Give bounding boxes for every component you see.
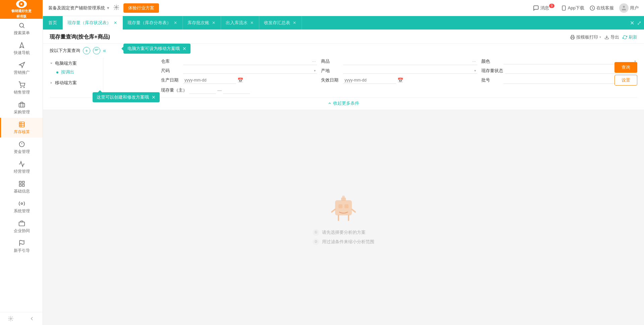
export-button[interactable]: 导出 — [604, 34, 619, 40]
tooltip-pc-close[interactable]: ✕ — [182, 46, 186, 51]
collapse-button[interactable] — [29, 316, 35, 322]
tab-close-icon[interactable]: ✕ — [250, 20, 254, 25]
expire-date-range: 📅 — [343, 77, 403, 84]
tooltip-create-close[interactable]: ✕ — [152, 95, 156, 100]
produce-date-start[interactable] — [183, 77, 236, 84]
goods-dropdown[interactable]: ··· — [343, 58, 477, 65]
warehouse-dropdown[interactable]: ··· — [183, 58, 317, 65]
svg-rect-15 — [22, 181, 24, 183]
svg-rect-16 — [19, 184, 21, 186]
filter-switch-button[interactable] — [93, 47, 100, 54]
reset-button[interactable]: 设置 — [614, 75, 637, 86]
warehouse-ellipsis[interactable]: ··· — [312, 59, 316, 64]
sidebar-item-purchase[interactable]: 采购管理 — [0, 98, 43, 118]
stock-qty-start[interactable] — [189, 87, 216, 94]
sidebar-item-enterprise[interactable]: 企业协同 — [0, 217, 43, 236]
template-print-button[interactable]: 按模板打印 ▾ — [570, 34, 601, 40]
tab-inventory-status[interactable]: 现存量（库存状况表） ✕ — [63, 16, 123, 30]
svg-point-5 — [24, 87, 24, 88]
search-button[interactable]: 查询 — [614, 62, 637, 73]
svg-marker-29 — [50, 63, 52, 64]
expire-date-start[interactable] — [343, 77, 396, 84]
scheme-group-pc: 电脑端方案 按调出 — [50, 59, 103, 76]
main-area: 装备及固定资产辅助管理系统 ▾ 体验行业方案 消息 9 App下载 在线客服 — [43, 0, 644, 325]
step-num-2: ② — [313, 238, 319, 245]
sidebar-item-guide[interactable]: 新手引导 — [0, 236, 43, 256]
filter-field-stock-status: 现存量状态 ▾ — [481, 68, 637, 74]
expire-date-calendar-icon[interactable]: 📅 — [397, 77, 403, 83]
template-print-label: 按模板打印 — [576, 34, 598, 40]
svg-point-26 — [623, 6, 625, 8]
export-label: 导出 — [610, 34, 619, 40]
filter-row-4: 现存量（主） — — [161, 87, 637, 94]
sidebar-item-quick[interactable]: 快速导航 — [0, 39, 43, 58]
tab-batch-account[interactable]: 库存批次账 ✕ — [183, 16, 221, 30]
produce-date-calendar-icon[interactable]: 📅 — [237, 77, 243, 83]
svg-marker-30 — [51, 82, 52, 84]
tooltip-create-scheme: 这里可以创建和修改方案哦 ✕ — [93, 92, 160, 102]
message-button[interactable]: 消息 9 — [533, 5, 556, 11]
tab-close-icon[interactable]: ✕ — [113, 20, 118, 25]
online-support-label: 在线客服 — [596, 5, 614, 11]
batch-no-label: 批号 — [481, 77, 501, 83]
tab-close-icon[interactable]: ✕ — [292, 20, 297, 25]
sidebar-item-label: 新手引导 — [14, 248, 30, 254]
system-dropdown-icon[interactable]: ▾ — [107, 5, 109, 10]
sidebar-item-finance[interactable]: 资金管理 — [0, 138, 43, 157]
topbar-settings-icon[interactable] — [113, 4, 119, 11]
sidebar-item-system[interactable]: 系统管理 — [0, 197, 43, 217]
sidebar-item-sales[interactable]: 销售管理 — [0, 78, 43, 98]
sidebar: 畅销通好生意 标准版 搜索菜单 快速导航 营销推广 销售管理 采购管理 库存核算… — [0, 0, 43, 325]
tab-label: 现存量（库存分布表） — [127, 20, 171, 26]
tab-close-icon[interactable]: ✕ — [211, 20, 216, 25]
scheme-item-adjust[interactable]: 按调出 — [50, 68, 103, 76]
user-menu[interactable]: 用户 — [619, 3, 639, 13]
sidebar-logo-sub: 标准版 — [16, 14, 26, 19]
tab-fullscreen-button[interactable]: ⤢ — [637, 20, 641, 26]
scheme-group-mobile-header[interactable]: 移动端方案 — [50, 78, 103, 87]
goods-ellipsis[interactable]: ··· — [472, 59, 476, 64]
size-dropdown[interactable]: ▾ — [183, 68, 317, 74]
tab-home[interactable]: 首页 — [43, 16, 63, 30]
filter-back-button[interactable]: « — [103, 48, 106, 54]
empty-step-1: ① 请先选择要分析的方案 — [313, 229, 374, 236]
settings-button[interactable] — [8, 316, 14, 322]
size-chevron-icon: ▾ — [314, 69, 316, 72]
filter-field-origin: 产地 ▾ — [321, 68, 477, 74]
tab-recv-summary[interactable]: 收发存汇总表 ✕ — [259, 16, 302, 30]
user-avatar — [619, 3, 629, 13]
tab-inventory-dist[interactable]: 现存量（库存分布表） ✕ — [123, 16, 183, 30]
page-header: 现存量查询(按仓库+商品) 按模板打印 ▾ 导出 刷新 — [43, 30, 644, 44]
online-support-button[interactable]: 在线客服 — [590, 5, 614, 11]
scheme-group-pc-header[interactable]: 电脑端方案 — [50, 59, 103, 68]
sidebar-item-label: 基础信息 — [14, 188, 30, 194]
topbar-right: 消息 9 App下载 在线客服 用户 — [533, 3, 639, 13]
sidebar-item-search[interactable]: 搜索菜单 — [0, 19, 43, 39]
svg-rect-19 — [19, 222, 25, 226]
tooltip-create-text: 这里可以创建和修改方案哦 — [97, 94, 149, 100]
system-selector[interactable]: 装备及固定资产辅助管理系统 ▾ — [48, 5, 109, 11]
filter-field-batch-no: 批号 — [481, 76, 637, 84]
print-chevron[interactable]: ▾ — [599, 35, 601, 39]
svg-rect-6 — [19, 103, 25, 107]
sidebar-item-basic[interactable]: 基础信息 — [0, 177, 43, 197]
stock-qty-end[interactable] — [223, 87, 250, 94]
filter-add-button[interactable]: + — [83, 47, 90, 54]
sidebar-item-label: 企业协同 — [14, 228, 30, 234]
empty-state: ① 请先选择要分析的方案 ② 用过滤条件来缩小分析范围 — [43, 110, 644, 325]
tab-close-all-button[interactable]: ✕ — [630, 20, 634, 26]
empty-step-2: ② 用过滤条件来缩小分析范围 — [313, 238, 374, 245]
sidebar-item-marketing[interactable]: 营销推广 — [0, 58, 43, 78]
collapse-button[interactable]: 收起更多条件 — [328, 100, 359, 106]
svg-rect-27 — [572, 38, 574, 39]
app-download-button[interactable]: App下载 — [561, 5, 584, 11]
sidebar-item-inventory[interactable]: 库存核算 — [0, 118, 43, 138]
refresh-button[interactable]: 刷新 — [623, 34, 637, 40]
tab-close-icon[interactable]: ✕ — [173, 20, 178, 25]
sidebar-item-label: 经营管理 — [14, 169, 30, 174]
svg-point-18 — [21, 203, 23, 205]
tab-in-out-flow[interactable]: 出入库流水 ✕ — [221, 16, 259, 30]
trial-button[interactable]: 体验行业方案 — [123, 3, 159, 13]
sidebar-item-operation[interactable]: 经营管理 — [0, 157, 43, 177]
origin-dropdown[interactable]: ▾ — [343, 68, 477, 74]
